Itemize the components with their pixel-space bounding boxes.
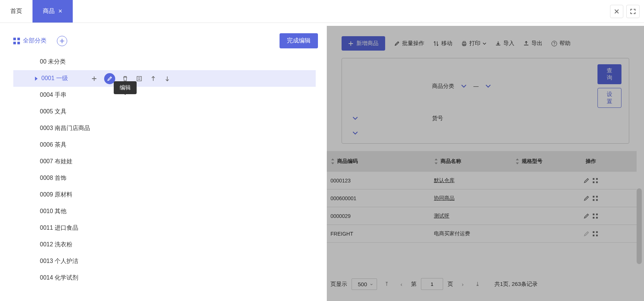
overlay-dim — [327, 26, 644, 301]
svg-rect-0 — [13, 38, 16, 40]
tab-bar: 首页 商品 × — [0, 0, 644, 23]
finish-edit-button[interactable]: 完成编辑 — [280, 33, 318, 48]
tree-item[interactable]: 0010 其他 — [13, 203, 316, 220]
grid-icon — [13, 38, 20, 44]
tree-item[interactable]: 0004 手串 — [13, 87, 316, 103]
right-panel: 新增商品 批量操作 移动 打印 导入 — [327, 26, 644, 301]
tab-home[interactable]: 首页 — [0, 0, 32, 23]
tree-item[interactable]: 0011 进口食品 — [13, 220, 316, 236]
tree-item[interactable]: 0013 个人护洁 — [13, 253, 316, 270]
caret-right-icon — [34, 76, 39, 81]
tree-item[interactable]: 0006 茶具 — [13, 137, 316, 153]
svg-rect-4 — [137, 76, 141, 81]
edit-tooltip: 编辑 — [114, 81, 137, 94]
svg-rect-2 — [13, 42, 16, 44]
tree-item[interactable]: 0005 文具 — [13, 103, 316, 120]
tree-item[interactable]: 0008 首饰 — [13, 170, 316, 187]
add-child-icon[interactable] — [90, 75, 98, 83]
tree-item[interactable]: 0007 布娃娃 — [13, 153, 316, 170]
close-icon[interactable]: × — [58, 7, 62, 15]
plus-icon — [59, 38, 65, 44]
svg-rect-3 — [17, 42, 20, 44]
tree-item[interactable]: 0014 化学试剂 — [13, 270, 316, 286]
tree-item[interactable]: 0012 洗衣粉 — [13, 236, 316, 253]
arrow-up-icon[interactable] — [149, 75, 157, 83]
tree-item-selected[interactable]: 0001 一级 — [13, 70, 316, 87]
tab-product[interactable]: 商品 × — [32, 0, 73, 23]
svg-rect-1 — [17, 38, 20, 40]
tab-close-all-icon[interactable] — [610, 5, 623, 18]
fullscreen-icon[interactable] — [626, 5, 640, 18]
tree-item[interactable]: 00 未分类 — [13, 54, 316, 70]
move-icon[interactable] — [135, 75, 143, 83]
add-category-button[interactable] — [57, 36, 67, 46]
tree-item[interactable]: 0009 原材料 — [13, 187, 316, 203]
arrow-down-icon[interactable] — [163, 75, 171, 83]
tree-item[interactable]: 0003 南昌门店商品 — [13, 120, 316, 137]
category-panel: 全部分类 完成编辑 编辑 00 未分类 0001 一级 00 — [3, 26, 327, 301]
all-categories-link[interactable]: 全部分类 — [23, 37, 47, 45]
category-tree[interactable]: 00 未分类 0001 一级 0004 手串 0005 文具 0003 南昌门店… — [13, 54, 318, 301]
